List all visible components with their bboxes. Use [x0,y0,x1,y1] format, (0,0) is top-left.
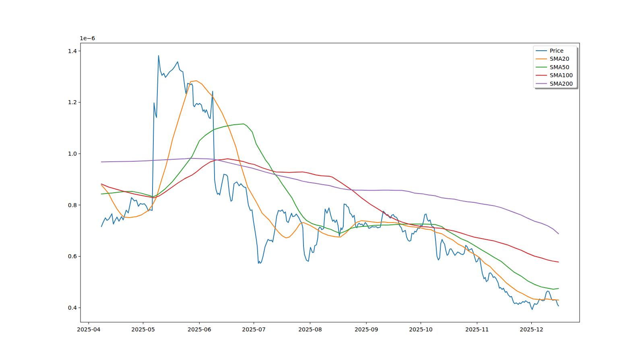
legend: PriceSMA20SMA50SMA100SMA200 [533,46,578,89]
y-axis-offset-label: 1e−6 [80,35,95,41]
y-tick-label: 1.4 [68,48,77,54]
legend-label: SMA50 [550,64,569,70]
x-tick-label: 2025-08 [298,326,322,333]
x-tick-label: 2025-05 [131,326,155,333]
x-tick-label: 2025-06 [188,326,211,333]
y-tick-label: 1.0 [68,150,77,157]
chart-figure: 2025-042025-052025-062025-072025-082025-… [0,0,644,362]
y-tick-label: 0.8 [68,202,77,208]
x-tick-label: 2025-10 [409,326,433,333]
x-tick-label: 2025-07 [242,326,266,333]
legend-label: SMA100 [550,72,573,78]
axes: 2025-042025-052025-062025-072025-082025-… [68,35,580,333]
x-tick-label: 2025-09 [355,326,378,333]
sma20-line [101,81,559,300]
legend-label: SMA200 [550,80,573,87]
x-tick-label: 2025-12 [520,326,543,333]
legend-label: Price [550,47,564,54]
y-tick-label: 1.2 [68,99,77,105]
y-tick-label: 0.4 [68,304,77,311]
sma200-line [101,158,559,234]
legend-label: SMA20 [550,56,569,62]
price-line [101,56,559,309]
y-tick-label: 0.6 [68,253,77,259]
price-sma-chart: 2025-042025-052025-062025-072025-082025-… [0,0,644,362]
plot-border [80,43,580,322]
x-tick-label: 2025-11 [465,326,489,333]
series-lines [101,56,559,309]
x-tick-label: 2025-04 [77,326,101,333]
